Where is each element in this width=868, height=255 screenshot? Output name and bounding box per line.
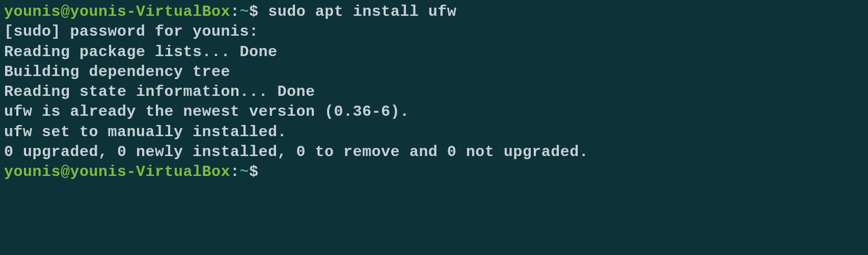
- output-line: ufw is already the newest version (0.36-…: [4, 102, 864, 122]
- prompt-user-host: younis@younis-VirtualBox: [4, 3, 230, 20]
- prompt-user-host: younis@younis-VirtualBox: [4, 163, 230, 181]
- prompt-separator: :: [230, 3, 240, 20]
- prompt-path: ~: [240, 163, 250, 181]
- output-line: Building dependency tree: [4, 62, 864, 82]
- output-line: Reading state information... Done: [4, 82, 864, 102]
- prompt-separator: :: [230, 163, 240, 181]
- prompt-dollar: $: [249, 163, 259, 181]
- command-text: sudo apt install ufw: [259, 3, 457, 20]
- output-line: [sudo] password for younis:: [4, 22, 864, 42]
- output-line: 0 upgraded, 0 newly installed, 0 to remo…: [4, 142, 864, 162]
- prompt-dollar: $: [249, 3, 259, 20]
- output-line: Reading package lists... Done: [4, 42, 864, 62]
- prompt-path: ~: [240, 3, 250, 20]
- terminal-line-prompt-2[interactable]: younis@younis-VirtualBox:~$: [4, 162, 864, 182]
- output-line: ufw set to manually installed.: [4, 122, 864, 142]
- terminal-line-prompt-1[interactable]: younis@younis-VirtualBox:~$ sudo apt ins…: [4, 2, 864, 22]
